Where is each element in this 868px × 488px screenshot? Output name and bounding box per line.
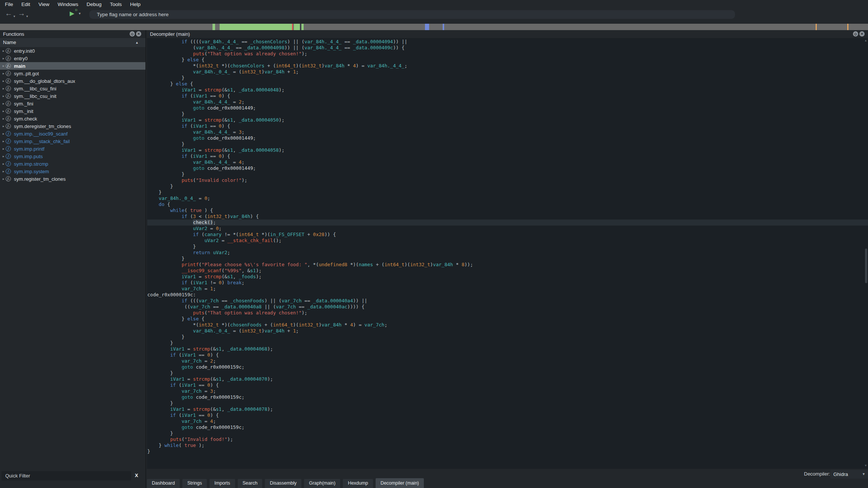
tab-imports[interactable]: Imports [209,479,235,488]
function-item-sym.imp.__isoc99_scanf[interactable]: ▸ƒᵢsym.imp.__isoc99_scanf [0,130,145,137]
expand-icon[interactable]: ▸ [0,72,6,75]
tab-decompiler-main[interactable]: Decompiler (main) [376,478,424,488]
function-item-sym.imp.system[interactable]: ▸ƒᵢsym.imp.system [0,168,145,175]
code-line[interactable]: if (3 < (int32_t)var_84h) { [147,214,868,220]
function-item-sym._init[interactable]: ▸ƒₓsym._init [0,107,145,115]
code-line[interactable]: goto code_r0x00001449; [147,135,868,141]
code-line[interactable]: printf("Please choose %s\'s favorite foo… [147,262,868,268]
expand-icon[interactable]: ▸ [0,64,6,68]
nav-segment-orange[interactable] [816,24,817,30]
start-debug-button[interactable]: ▶D [70,10,74,17]
code-line[interactable]: } [147,171,868,177]
code-line[interactable]: } [147,189,868,195]
code-line[interactable]: if (iVar1 == 0) { [147,412,868,418]
code-line[interactable]: check(); [147,220,868,226]
function-item-sym.deregister_tm_clones[interactable]: ▸ƒₓsym.deregister_tm_clones [0,122,145,130]
code-line[interactable]: uVar2 = 0; [147,226,868,232]
code-line[interactable]: var_84h._0_4_ = (int32_t)var_84h + 1; [147,69,868,75]
code-line[interactable]: if (iVar1 == 0) { [147,123,868,129]
address-search-input[interactable] [89,10,735,19]
menu-edit[interactable]: Edit [17,2,34,7]
code-line[interactable]: return uVar2; [147,250,868,256]
function-item-sym.register_tm_clones[interactable]: ▸ƒₓsym.register_tm_clones [0,175,145,183]
code-line[interactable]: } [147,75,868,81]
expand-icon[interactable]: ▸ [0,169,6,173]
code-line[interactable]: *(int32_t *)(chosenFoods + (int64_t)(int… [147,322,868,328]
code-line[interactable]: iVar1 = strcmp(&s1, _foods); [147,274,868,280]
code-line[interactable]: if (iVar1 == 0) { [147,352,868,358]
code-line[interactable]: var_7ch = 4; [147,418,868,424]
function-item-entry.init0[interactable]: ▸ƒₓentry.init0 [0,47,145,55]
menu-help[interactable]: Help [126,2,145,7]
expand-icon[interactable]: ▸ [0,154,6,158]
function-item-sym.__do_global_dtors_aux[interactable]: ▸ƒₓsym.__do_global_dtors_aux [0,77,145,85]
nav-segment-orange[interactable] [847,24,848,30]
expand-icon[interactable]: ▸ [0,117,6,120]
nav-segment-green[interactable] [301,24,304,30]
code-line[interactable]: if (iVar1 != 0) break; [147,280,868,286]
code-line[interactable]: } [147,400,868,406]
code-line[interactable]: goto code_r0x0000159c; [147,394,868,400]
code-line[interactable]: goto code_r0x00001449; [147,105,868,111]
code-line[interactable]: if (iVar1 == 0) { [147,382,868,388]
popout-icon[interactable]: ◇ [853,31,858,37]
nav-segment-red[interactable] [292,24,293,30]
code-line[interactable]: var_7ch = 3; [147,388,868,394]
code-line[interactable]: if (canary != *(int64_t *)(in_FS_OFFSET … [147,232,868,238]
code-line[interactable]: if (iVar1 == 0) { [147,93,868,99]
function-item-sym.imp.puts[interactable]: ▸ƒᵢsym.imp.puts [0,152,145,160]
scroll-down-icon[interactable]: ▼ [864,464,867,467]
close-panel-icon[interactable]: ✕ [136,31,141,37]
code-line[interactable]: code_r0x0000159c: [147,292,868,298]
code-line[interactable]: var_7ch = 2; [147,358,868,364]
code-line[interactable]: puts("That option was already chosen!"); [147,51,868,57]
code-line[interactable]: } [147,183,868,189]
code-line[interactable]: } [147,340,868,346]
code-line[interactable]: iVar1 = strcmp(&s1, _data.00004050); [147,117,868,123]
code-line[interactable]: (var_84h._4_4_ == _data.00004098)) || (v… [147,45,868,51]
code-line[interactable]: goto code_r0x0000159c; [147,424,868,430]
expand-icon[interactable]: ▸ [0,139,6,143]
expand-icon[interactable]: ▸ [0,177,6,181]
code-line[interactable]: var_84h._4_4_ = 4; [147,159,868,165]
menu-view[interactable]: View [34,2,53,7]
code-line[interactable]: if (((var_7ch == _chosenFoods) || (var_7… [147,298,868,304]
code-line[interactable]: } else { [147,316,868,322]
code-line[interactable]: iVar1 = strcmp(&s1, _data.00004048); [147,87,868,93]
code-line[interactable]: ((var_7ch == _data.000040a8 || (var_7ch … [147,304,868,310]
code-line[interactable]: iVar1 = strcmp(&s1, _data.00004078); [147,406,868,412]
nav-segment-green[interactable] [220,24,292,30]
forward-dropdown-icon[interactable]: ▾ [26,15,28,18]
function-item-sym.__libc_csu_fini[interactable]: ▸ƒₓsym.__libc_csu_fini [0,85,145,92]
expand-icon[interactable]: ▸ [0,102,6,105]
tab-disassembly[interactable]: Disassembly [265,479,301,488]
tab-dashboard[interactable]: Dashboard [147,479,180,488]
code-line[interactable]: var_84h._4_4_ = 2; [147,99,868,105]
code-line[interactable]: iVar1 = strcmp(&s1, _data.00004058); [147,147,868,153]
function-item-sym.__libc_csu_init[interactable]: ▸ƒₓsym.__libc_csu_init [0,92,145,100]
close-panel-icon[interactable]: ✕ [859,31,865,37]
code-line[interactable]: } else { [147,81,868,87]
scroll-up-icon[interactable]: ▲ [864,39,867,42]
expand-icon[interactable]: ▸ [0,87,6,90]
tab-search[interactable]: Search [238,479,263,488]
debug-dropdown-icon[interactable]: ▾ [79,11,81,15]
code-line[interactable]: } [147,244,868,250]
scrollbar-handle[interactable] [865,249,867,283]
code-line[interactable]: var_84h._0_4_ = 0; [147,195,868,201]
code-line[interactable]: } else { [147,57,868,63]
decompiler-code[interactable]: if ((((var_84h._4_4_ == _chosenColors) |… [147,38,868,469]
code-line[interactable]: } [147,111,868,117]
tab-strings[interactable]: Strings [182,479,207,488]
decompiler-select[interactable]: Ghidra ▼ [830,470,868,479]
code-line[interactable]: do { [147,201,868,207]
popout-icon[interactable]: ◇ [130,31,135,37]
function-item-sym.imp.printf[interactable]: ▸ƒᵢsym.imp.printf [0,145,145,152]
menu-windows[interactable]: Windows [53,2,83,7]
code-line[interactable]: puts("Invalid color!"); [147,177,868,183]
expand-icon[interactable]: ▸ [0,109,6,113]
function-item-main[interactable]: ▸ƒₓmain [0,62,145,70]
function-item-sym.imp.strcmp[interactable]: ▸ƒᵢsym.imp.strcmp [0,160,145,168]
code-line[interactable]: var_7ch = 1; [147,286,868,292]
code-line[interactable]: } while( true ); [147,442,868,448]
